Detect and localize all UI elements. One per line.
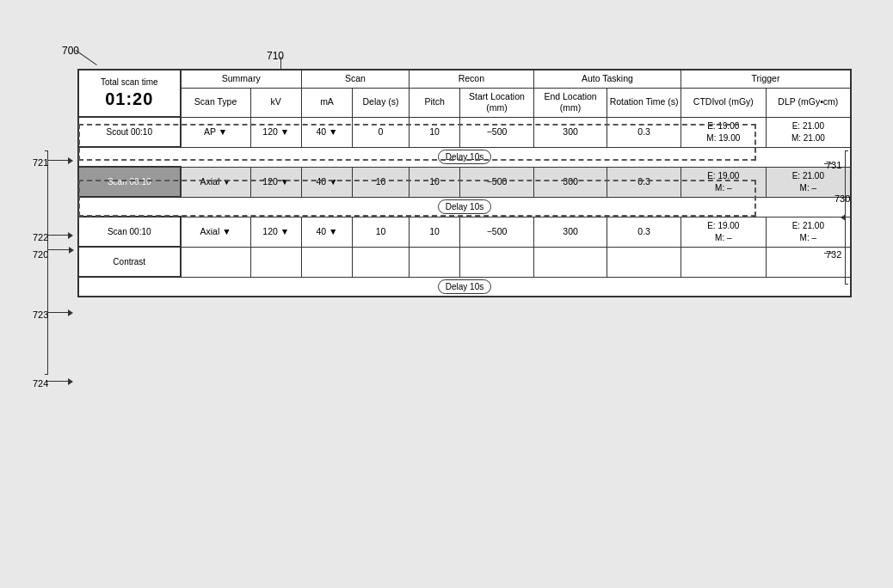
scan2-dlp: E: 21.00M: – (766, 217, 851, 247)
scan2-ctdivol: E: 19.00M: – (681, 217, 766, 247)
tab-trigger[interactable]: Trigger (681, 70, 851, 88)
scan1-kv[interactable]: 120 ▼ (250, 167, 301, 197)
scout-dlp: E: 21.00M: 21.00 (766, 117, 851, 147)
delay1-row: Delay 10s (78, 147, 851, 167)
col-scan-type: Scan Type (181, 88, 251, 117)
scout-rotation-time[interactable]: 0.3 (607, 117, 681, 147)
col-start-location: Start Location (mm) (460, 88, 534, 117)
contrast-ma (301, 247, 352, 277)
delay3-row: Delay 10s (78, 277, 851, 297)
main-table: Total scan time 01:20 Summary Scan Recon… (77, 69, 852, 297)
delay1-label: Delay 10s (438, 150, 491, 164)
scout-scan-type[interactable]: AP ▼ (181, 117, 251, 147)
tab-label-710: 710 (267, 50, 284, 62)
contrast-row: Contrast (78, 247, 851, 277)
scan2-kv[interactable]: 120 ▼ (250, 217, 301, 247)
label-720: 720 (33, 249, 48, 260)
delay2-row: Delay 10s (78, 197, 851, 217)
col-pitch: Pitch (409, 88, 459, 117)
delay3-label: Delay 10s (438, 279, 491, 294)
scan1-row: Scan 00:10 Axial ▼ 120 ▼ 40 ▼ 10 10 −500… (78, 167, 851, 197)
total-scan-cell: Total scan time 01:20 (78, 70, 181, 117)
scout-end-location[interactable]: 300 (533, 117, 607, 147)
scan2-row: Scan 00:10 Axial ▼ 120 ▼ 40 ▼ 10 10 −500… (78, 217, 851, 247)
col-ma: mA (301, 88, 352, 117)
scan1-pitch[interactable]: 10 (409, 167, 459, 197)
scan1-end-location[interactable]: 300 (533, 167, 607, 197)
scan1-delay[interactable]: 10 (353, 167, 410, 197)
scan2-end-location[interactable]: 300 (533, 217, 607, 247)
label-723: 723 (33, 309, 48, 320)
tab-scan[interactable]: Scan (301, 70, 409, 88)
col-kv: kV (250, 88, 301, 117)
total-scan-value: 01:20 (83, 88, 176, 110)
tab-recon[interactable]: Recon (409, 70, 533, 88)
label-721: 721 (33, 157, 48, 168)
contrast-delay (353, 247, 410, 277)
scan2-pitch[interactable]: 10 (409, 217, 459, 247)
scout-start-location[interactable]: −500 (460, 117, 534, 147)
label-730: 730 (834, 193, 850, 204)
label-732: 732 (826, 249, 841, 260)
contrast-label: Contrast (78, 247, 181, 277)
scout-kv[interactable]: 120 ▼ (250, 117, 301, 147)
contrast-scan-type (181, 247, 251, 277)
contrast-start-location (460, 247, 534, 277)
scan2-scan-type[interactable]: Axial ▼ (181, 217, 251, 247)
col-end-location: End Location (mm) (533, 88, 607, 117)
label-722: 722 (33, 232, 48, 242)
label-724: 724 (33, 378, 48, 389)
tab-summary[interactable]: Summary (181, 70, 302, 88)
scout-pitch[interactable]: 10 (409, 117, 459, 147)
tab-auto-tasking[interactable]: Auto Tasking (533, 70, 681, 88)
total-scan-label: Total scan time (83, 77, 176, 88)
scout-ctdivol: E: 19.00M: 19.00 (681, 117, 766, 147)
scan1-label: Scan 00:10 (78, 167, 181, 197)
contrast-pitch (409, 247, 459, 277)
label-731: 731 (826, 160, 841, 170)
contrast-ctdivol (681, 247, 766, 277)
col-delay: Delay (s) (353, 88, 410, 117)
col-ctdivol: CTDIvol (mGy) (681, 88, 766, 117)
contrast-rotation-time (607, 247, 681, 277)
scan2-delay[interactable]: 10 (353, 217, 410, 247)
col-dlp: DLP (mGy•cm) (766, 88, 851, 117)
scout-ma[interactable]: 40 ▼ (301, 117, 352, 147)
scan2-start-location[interactable]: −500 (460, 217, 534, 247)
scout-label: Scout 00:10 (78, 117, 181, 147)
scan1-start-location[interactable]: −500 (460, 167, 534, 197)
scan2-label: Scan 00:10 (78, 217, 181, 247)
col-rotation-time: Rotation Time (s) (607, 88, 681, 117)
scout-delay[interactable]: 0 (353, 117, 410, 147)
scan1-scan-type[interactable]: Axial ▼ (181, 167, 251, 197)
scan2-ma[interactable]: 40 ▼ (301, 217, 352, 247)
scan1-ma[interactable]: 40 ▼ (301, 167, 352, 197)
scan2-rotation-time[interactable]: 0.3 (607, 217, 681, 247)
delay2-label: Delay 10s (438, 199, 491, 214)
scan1-rotation-time[interactable]: 0.3 (607, 167, 681, 197)
contrast-end-location (533, 247, 607, 277)
scout-row: Scout 00:10 AP ▼ 120 ▼ 40 ▼ 0 10 −500 30… (78, 117, 851, 147)
contrast-kv (250, 247, 301, 277)
scan1-ctdivol: E: 19.00M: – (681, 167, 766, 197)
